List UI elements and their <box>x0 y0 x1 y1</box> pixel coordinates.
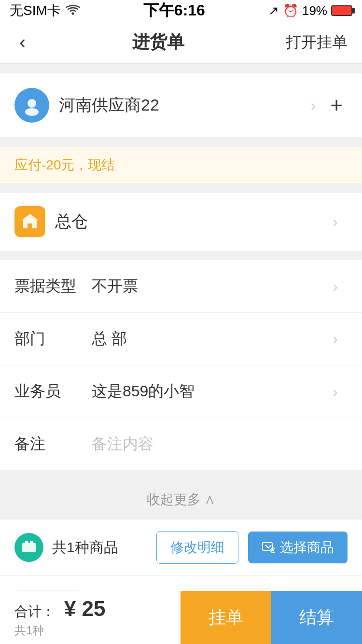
product-header: 共1种商品 修改明细 选择商品 <box>0 519 362 576</box>
remark-row[interactable]: 备注 备注内容 <box>0 418 362 470</box>
supplier-name: 河南供应商22 <box>59 94 311 116</box>
invoice-chevron-icon: › <box>333 278 338 295</box>
svg-rect-6 <box>22 543 36 552</box>
wifi-icon <box>66 3 80 18</box>
warehouse-icon <box>14 206 45 237</box>
supplier-avatar <box>14 88 49 123</box>
warehouse-row[interactable]: 总仓 › <box>0 193 362 251</box>
dept-chevron-icon: › <box>333 330 338 348</box>
svg-rect-8 <box>30 541 33 544</box>
svg-point-2 <box>25 108 39 116</box>
hang-button[interactable]: 挂单 <box>181 591 271 644</box>
invoice-value: 不开票 <box>92 276 333 297</box>
alarm-icon: ⏰ <box>283 3 298 18</box>
content: 河南供应商22 › + 应付-20元，现结 总仓 › 票据类型 不开票 › <box>0 73 362 644</box>
total-section: 合计： ¥ 25 共1种 <box>0 597 181 638</box>
dept-row[interactable]: 部门 总 部 › <box>0 313 362 365</box>
open-hang-button[interactable]: 打开挂单 <box>286 32 348 53</box>
status-bar: 无SIM卡 下午6:16 ↗ ⏰ 19% <box>0 0 362 21</box>
form-card: 票据类型 不开票 › 部门 总 部 › 业务员 这是859的小智 › 备注 备注… <box>0 260 362 470</box>
invoice-label: 票据类型 <box>14 276 77 297</box>
supplier-row[interactable]: 河南供应商22 › + <box>0 73 362 138</box>
product-count-icon <box>14 533 43 562</box>
svg-point-0 <box>71 13 74 15</box>
location-icon: ↗ <box>268 3 279 18</box>
back-button[interactable]: ‹ <box>14 27 30 58</box>
select-product-button[interactable]: 选择商品 <box>248 532 348 563</box>
battery-icon <box>331 5 352 16</box>
svg-rect-7 <box>25 541 28 544</box>
dept-value: 总 部 <box>92 328 333 350</box>
total-sub: 共1种 <box>14 623 166 638</box>
collapse-bar[interactable]: 收起更多 ∧ <box>0 480 362 519</box>
checkout-button[interactable]: 结算 <box>271 591 362 644</box>
remark-value[interactable]: 备注内容 <box>92 434 348 455</box>
page-title: 进货单 <box>132 30 184 54</box>
notice-bar: 应付-20元，现结 <box>0 147 362 183</box>
select-product-label: 选择商品 <box>280 538 334 557</box>
sales-value: 这是859的小智 <box>92 381 333 402</box>
sales-chevron-icon: › <box>333 383 338 401</box>
bottom-bar: 合计： ¥ 25 共1种 挂单 结算 <box>0 591 362 644</box>
invoice-row[interactable]: 票据类型 不开票 › <box>0 260 362 313</box>
battery-percent: 19% <box>302 3 327 18</box>
remark-label: 备注 <box>14 434 77 455</box>
svg-marker-4 <box>22 214 38 220</box>
sales-row[interactable]: 业务员 这是859的小智 › <box>0 365 362 418</box>
warehouse-card: 总仓 › <box>0 193 362 251</box>
total-label: 合计： <box>14 604 55 619</box>
time-display: 下午6:16 <box>143 0 205 21</box>
supplier-chevron-icon: › <box>311 97 316 114</box>
svg-rect-5 <box>28 224 32 228</box>
nav-bar: ‹ 进货单 打开挂单 <box>0 21 362 64</box>
carrier-text: 无SIM卡 <box>10 1 61 20</box>
edit-detail-button[interactable]: 修改明细 <box>156 531 238 564</box>
dept-label: 部门 <box>14 328 77 350</box>
warehouse-name: 总仓 <box>55 210 333 233</box>
product-count-text: 共1种商品 <box>52 538 156 558</box>
status-left: 无SIM卡 <box>10 1 80 20</box>
supplier-card: 河南供应商22 › + <box>0 73 362 138</box>
svg-point-1 <box>28 99 36 108</box>
add-supplier-button[interactable]: + <box>325 93 348 117</box>
sales-label: 业务员 <box>14 381 77 402</box>
status-right: ↗ ⏰ 19% <box>268 3 352 18</box>
total-amount: ¥ 25 <box>64 597 106 620</box>
warehouse-chevron-icon: › <box>333 213 338 231</box>
